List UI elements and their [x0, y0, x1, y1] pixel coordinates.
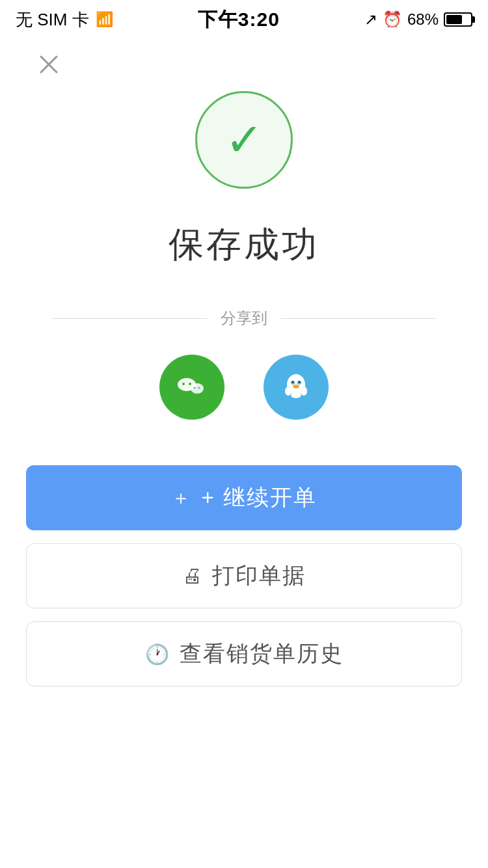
svg-point-7: [198, 387, 200, 389]
success-title: 保存成功: [169, 221, 319, 269]
status-right: ↗ ⏰ 68%: [364, 10, 472, 29]
wifi-icon: 📶: [96, 11, 113, 28]
share-divider: 分享到: [0, 308, 488, 329]
status-carrier: 无 SIM 卡 📶: [16, 8, 113, 31]
qq-share-button[interactable]: [264, 355, 329, 420]
success-circle: ✓: [195, 91, 293, 189]
svg-point-4: [182, 383, 185, 385]
svg-point-10: [285, 387, 291, 396]
checkmark-icon: ✓: [225, 117, 264, 163]
print-button[interactable]: 🖨 打印单据: [26, 543, 462, 608]
svg-point-9: [291, 392, 301, 398]
history-button[interactable]: 🕐 查看销货单历史: [26, 621, 462, 686]
print-label: 打印单据: [212, 561, 306, 591]
divider-line-left: [52, 318, 208, 319]
main-content: ✓ 保存成功 分享到: [0, 39, 488, 686]
svg-point-11: [301, 387, 307, 396]
status-bar: 无 SIM 卡 📶 下午3:20 ↗ ⏰ 68%: [0, 0, 488, 39]
plus-icon: ＋: [171, 485, 192, 511]
printer-icon: 🖨: [182, 565, 203, 587]
svg-point-15: [299, 381, 301, 383]
battery-icon: [444, 12, 472, 27]
continue-button[interactable]: ＋ + 继续开单: [26, 465, 462, 530]
carrier-text: 无 SIM 卡: [16, 8, 89, 31]
close-button[interactable]: [33, 48, 65, 81]
wechat-share-button[interactable]: [159, 355, 224, 420]
svg-point-14: [292, 381, 294, 383]
battery-percent: 68%: [407, 10, 439, 29]
svg-point-6: [194, 387, 196, 389]
buttons-section: ＋ + 继续开单 🖨 打印单据 🕐 查看销货单历史: [0, 465, 488, 686]
svg-point-3: [191, 383, 204, 394]
continue-label: + 继续开单: [201, 483, 316, 513]
clock-icon: 🕐: [145, 643, 170, 666]
location-icon: ↗: [364, 10, 377, 29]
share-label: 分享到: [221, 308, 267, 329]
svg-point-16: [293, 385, 299, 388]
share-icons: [159, 355, 329, 420]
history-label: 查看销货单历史: [180, 639, 344, 669]
status-time: 下午3:20: [198, 7, 280, 33]
alarm-icon: ⏰: [383, 10, 402, 29]
divider-line-right: [280, 318, 436, 319]
svg-point-5: [189, 383, 191, 385]
